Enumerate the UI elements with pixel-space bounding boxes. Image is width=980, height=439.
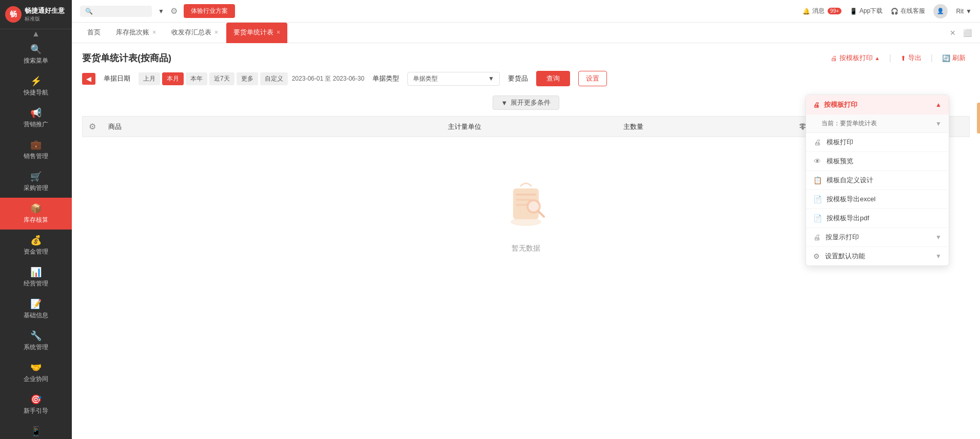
sidebar-item-app-center[interactable]: 📱 应用中心: [0, 421, 72, 439]
sidebar-label-system: 系统管理: [24, 343, 48, 352]
template-preview-item[interactable]: 👁 模板预览: [806, 152, 949, 171]
display-print-section[interactable]: 🖨 按显示打印 ▼: [806, 228, 949, 247]
tabs-bar: 首页库存批次账×收发存汇总表×要货单统计表× ✕ ⬜: [72, 23, 980, 43]
sidebar-icon-guide: 🎯: [30, 394, 42, 405]
sidebar-label-quick-nav: 快捷导航: [24, 88, 48, 97]
sidebar-label-operations: 经营管理: [24, 279, 48, 288]
sidebar-item-purchase[interactable]: 🛒 采购管理: [0, 166, 72, 198]
template-print-item[interactable]: 🖨 模板打印: [806, 133, 949, 152]
dropdown-header[interactable]: 🖨 按模板打印 ▲: [806, 95, 949, 114]
sidebar-item-quick-nav[interactable]: ⚡ 快捷导航: [0, 70, 72, 102]
topbar-gear-icon[interactable]: ⚙: [170, 6, 178, 16]
tab-label-inventory-batch: 库存批次账: [116, 28, 149, 37]
settings-btn[interactable]: 设置: [578, 71, 607, 86]
sidebar-icon-marketing: 📢: [30, 107, 42, 119]
app-download-item[interactable]: 📱 App下载: [850, 7, 883, 15]
date-range-display: 2023-06-01 至 2023-06-30: [292, 74, 364, 83]
template-design-item[interactable]: 📋 模板自定义设计: [806, 171, 949, 190]
expand-down-icon: ▼: [501, 99, 508, 107]
table-settings-icon[interactable]: ⚙: [83, 117, 102, 137]
col-goods: 商品: [102, 117, 442, 137]
sidebar-label-finance: 资金管理: [24, 247, 48, 256]
page-title: 要货单统计表(按商品): [82, 52, 171, 64]
date-7days-btn[interactable]: 近7天: [209, 72, 234, 85]
resize-handle[interactable]: [977, 103, 980, 133]
dropdown-arrow: ▼: [158, 8, 164, 15]
refresh-btn[interactable]: 🔄 刷新: [938, 51, 970, 65]
topbar-dropdown[interactable]: ▼: [158, 8, 164, 15]
sidebar: 畅 畅捷通好生意 标准版 ▲ 🔍 搜索菜单 ⚡ 快捷导航 📢 营销推广 💼 销售…: [0, 0, 72, 439]
current-template-arrow: ▼: [935, 120, 942, 127]
collapse-arrow-icon: ▲: [935, 101, 942, 108]
filter-row-1: ◀ 单据日期 上月 本月 本年 近7天 更多 自定义 2023-06-01 至 …: [82, 71, 970, 86]
trial-btn[interactable]: 体验行业方案: [184, 4, 235, 18]
sidebar-label-marketing: 营销推广: [24, 120, 48, 129]
export-icon: ⬆: [900, 54, 906, 62]
sidebar-icon-search: 🔍: [30, 44, 42, 55]
sidebar-item-sales[interactable]: 💼 销售管理: [0, 134, 72, 166]
date-year-btn[interactable]: 本年: [186, 72, 207, 85]
current-template-row[interactable]: 当前：要货单统计表 ▼: [806, 114, 949, 133]
default-settings-section[interactable]: ⚙ 设置默认功能 ▼: [806, 247, 949, 265]
expand-more-btn[interactable]: ▼ 展开更多条件: [493, 96, 560, 110]
svg-line-7: [539, 212, 544, 217]
tab-inventory-batch[interactable]: 库存批次账×: [109, 23, 163, 43]
close-window-btn[interactable]: ✕: [950, 29, 956, 37]
sidebar-item-finance[interactable]: 💰 资金管理: [0, 230, 72, 261]
user-avatar[interactable]: 👤: [933, 4, 948, 18]
sidebar-item-guide[interactable]: 🎯 新手引导: [0, 389, 72, 421]
user-name[interactable]: Rit ▼: [956, 8, 972, 15]
tab-close-receivable-summary[interactable]: ×: [214, 29, 218, 36]
filter-expand-icon[interactable]: ◀: [82, 73, 95, 85]
tab-close-inventory-batch[interactable]: ×: [152, 29, 156, 36]
sidebar-item-marketing[interactable]: 📢 营销推广: [0, 102, 72, 134]
page-actions: 🖨 按模板打印 ▲ | ⬆ 导出 | 🔄 刷新: [827, 51, 970, 65]
sidebar-item-inventory[interactable]: 📦 库存核算: [0, 198, 72, 230]
sidebar-item-cooperation[interactable]: 🤝 企业协同: [0, 357, 72, 389]
date-filter: 上月 本月 本年 近7天 更多 自定义 2023-06-01 至 2023-06…: [139, 72, 364, 85]
default-settings-icon: ⚙: [813, 252, 820, 260]
online-service-item[interactable]: 🎧 在线客服: [891, 7, 925, 15]
sidebar-item-basic[interactable]: 📝 基础信息: [0, 293, 72, 325]
date-more-btn[interactable]: 更多: [237, 72, 258, 85]
col-unit: 主计量单位: [442, 117, 618, 137]
template-export-excel-item[interactable]: 📄 按模板导出excel: [806, 190, 949, 209]
notification-icon: 🔔: [802, 8, 810, 15]
download-icon: 📱: [850, 8, 857, 15]
tab-home[interactable]: 首页: [80, 23, 108, 43]
sidebar-label-purchase: 采购管理: [24, 184, 48, 193]
template-export-pdf-item[interactable]: 📄 按模板导出pdf: [806, 209, 949, 228]
empty-illustration: [500, 178, 552, 238]
maximize-btn[interactable]: ⬜: [963, 29, 972, 37]
date-custom-btn[interactable]: 自定义: [260, 72, 288, 85]
template-print-icon: 🖨: [813, 138, 821, 146]
tab-close-order-summary[interactable]: ×: [277, 29, 280, 36]
user-dropdown-arrow: ▼: [966, 8, 972, 15]
dropdown-header-left: 🖨 按模板打印: [813, 100, 857, 109]
tab-label-home: 首页: [87, 28, 101, 37]
export-btn[interactable]: ⬆ 导出: [896, 51, 926, 65]
sidebar-item-search[interactable]: 🔍 搜索菜单: [0, 39, 72, 70]
query-btn[interactable]: 查询: [536, 71, 570, 86]
sidebar-icon-operations: 📊: [30, 266, 42, 278]
order-type-select[interactable]: 单据类型 ▼: [407, 72, 500, 86]
notification-item[interactable]: 🔔 消息 99+: [802, 7, 841, 15]
date-current-btn[interactable]: 本月: [162, 72, 184, 85]
default-settings-arrow: ▼: [935, 253, 942, 260]
print-icon: 🖨: [831, 54, 837, 62]
sidebar-item-system[interactable]: 🔧 系统管理: [0, 325, 72, 357]
print-btn[interactable]: 🖨 按模板打印 ▲: [827, 51, 884, 65]
sidebar-item-operations[interactable]: 📊 经营管理: [0, 261, 72, 293]
sidebar-icon-quick-nav: ⚡: [30, 75, 42, 87]
order-goods-label: 要货品: [508, 74, 528, 83]
empty-text: 暂无数据: [512, 244, 540, 253]
tab-receivable-summary[interactable]: 收发存汇总表×: [164, 23, 225, 43]
sidebar-icon-system: 🔧: [30, 330, 42, 341]
svg-point-6: [528, 201, 539, 212]
template-excel-icon: 📄: [813, 195, 821, 203]
tab-order-summary[interactable]: 要货单统计表×: [226, 23, 287, 43]
date-label: 单据日期: [104, 74, 130, 83]
sidebar-scroll-up[interactable]: ▲: [0, 29, 72, 39]
tab-label-order-summary: 要货单统计表: [233, 28, 273, 37]
date-prev-btn[interactable]: 上月: [139, 72, 160, 85]
